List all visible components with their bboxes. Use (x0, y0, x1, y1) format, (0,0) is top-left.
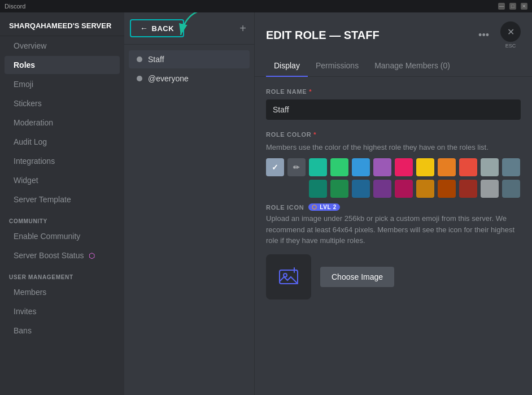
color-swatches-row2 (266, 180, 521, 198)
role-color-description: Members use the color of the highest rol… (266, 142, 521, 153)
color-swatch-r2-9[interactable] (502, 180, 520, 198)
sidebar-item-roles[interactable]: Roles (5, 56, 120, 74)
role-dot-staff (137, 57, 142, 62)
sidebar-item-emoji[interactable]: Emoji (5, 75, 120, 93)
color-swatch-r2-spacer1 (266, 180, 284, 198)
sidebar-item-label: Integrations (14, 157, 55, 166)
maximize-button[interactable]: □ (509, 3, 516, 10)
sidebar-item-enable-community[interactable]: Enable Community (5, 227, 120, 245)
section-user-management: USER MANAGEMENT (0, 265, 124, 283)
role-icon-section: ROLE ICON ⬡ LVL 2 Upload an image under … (266, 203, 521, 299)
sidebar-item-label: Moderation (14, 118, 53, 127)
titlebar-controls: — □ ✕ (498, 3, 527, 10)
role-name-label: ROLE NAME * (266, 88, 521, 95)
color-swatch-1[interactable] (330, 158, 348, 176)
back-button[interactable]: ← BACK (130, 19, 184, 37)
role-list: Staff @everyone (124, 45, 254, 395)
middle-header: ← BACK + (124, 12, 254, 45)
color-swatch-8[interactable] (481, 158, 499, 176)
color-swatch-9[interactable] (502, 158, 520, 176)
section-community: COMMUNITY (0, 209, 124, 227)
color-swatch-3[interactable] (373, 158, 391, 176)
server-name: SHARQAHAMEED'S SERVER (0, 12, 124, 36)
color-swatch-r2-2[interactable] (352, 180, 370, 198)
color-swatch-2[interactable] (352, 158, 370, 176)
sidebar-item-server-boost-status[interactable]: Server Boost Status ⬡ (5, 246, 120, 264)
sidebar-item-audit-log[interactable]: Audit Log (5, 133, 120, 151)
color-swatch-r2-spacer2 (287, 180, 306, 198)
sidebar-item-label: Invites (14, 307, 36, 316)
role-item-staff[interactable]: Staff (129, 50, 250, 68)
color-swatch-custom[interactable] (287, 158, 306, 176)
sidebar-item-stickers[interactable]: Stickers (5, 94, 120, 112)
tab-display[interactable]: Display (266, 55, 308, 77)
color-swatch-7[interactable] (459, 158, 477, 176)
sidebar-item-members[interactable]: Members (5, 283, 120, 301)
boost-icon: ⬡ (89, 251, 95, 260)
tab-permissions[interactable]: Permissions (308, 55, 367, 77)
main-header: EDIT ROLE — STAFF ••• ✕ ESC (255, 12, 532, 49)
sidebar-item-label: Enable Community (14, 232, 80, 241)
sidebar-item-label: Audit Log (14, 137, 47, 146)
sidebar-item-label: Widget (14, 176, 38, 185)
color-swatch-r2-3[interactable] (373, 180, 391, 198)
color-swatch-r2-4[interactable] (395, 180, 413, 198)
color-swatch-r2-6[interactable] (438, 180, 456, 198)
close-button[interactable]: ✕ (521, 3, 527, 10)
sidebar-item-moderation[interactable]: Moderation (5, 114, 120, 132)
app-body: SHARQAHAMEED'S SERVER Overview Roles Emo… (0, 12, 532, 395)
role-dot-everyone (137, 76, 142, 81)
color-swatch-4[interactable] (395, 158, 413, 176)
color-swatches-row1 (266, 158, 521, 176)
sidebar-item-label: Overview (14, 41, 46, 50)
sidebar-item-widget[interactable]: Widget (5, 171, 120, 189)
role-item-everyone[interactable]: @everyone (129, 70, 250, 88)
role-icon-label: ROLE ICON ⬡ LVL 2 (266, 203, 521, 211)
color-swatch-0[interactable] (309, 158, 327, 176)
esc-label: ESC (505, 43, 516, 49)
back-arrow-icon: ← (140, 24, 149, 33)
color-swatch-r2-8[interactable] (481, 180, 499, 198)
role-color-label: ROLE COLOR * (266, 131, 521, 138)
main-content: EDIT ROLE — STAFF ••• ✕ ESC Display Perm… (254, 12, 532, 395)
choose-image-button[interactable]: Choose Image (320, 267, 394, 287)
close-button-wrapper: ✕ ESC (500, 21, 521, 49)
sidebar-item-label: Emoji (14, 80, 33, 89)
color-swatch-r2-7[interactable] (459, 180, 477, 198)
titlebar-title: Discord (5, 3, 25, 10)
tabs: Display Permissions Manage Members (0) (255, 55, 532, 77)
sidebar-item-overview[interactable]: Overview (5, 37, 120, 55)
sidebar-item-label: Roles (14, 60, 35, 70)
required-indicator: * (309, 88, 312, 95)
sidebar-item-integrations[interactable]: Integrations (5, 152, 120, 170)
sidebar-item-label: Server Template (14, 195, 71, 204)
role-name-staff: Staff (148, 55, 164, 64)
color-swatch-r2-5[interactable] (416, 180, 434, 198)
add-role-button[interactable]: + (237, 20, 248, 37)
color-swatch-5[interactable] (416, 158, 434, 176)
sidebar: SHARQAHAMEED'S SERVER Overview Roles Emo… (0, 12, 124, 395)
color-swatch-r2-1[interactable] (330, 180, 348, 198)
lvl-badge: ⬡ LVL 2 (308, 203, 340, 211)
color-swatch-default[interactable] (266, 158, 284, 176)
icon-upload-area: Choose Image (266, 254, 521, 299)
sidebar-item-label: Members (14, 288, 46, 297)
sidebar-item-server-template[interactable]: Server Template (5, 190, 120, 209)
content-area: ROLE NAME * ROLE COLOR * Members use the… (255, 77, 532, 395)
back-label: BACK (152, 24, 175, 33)
sidebar-item-bans[interactable]: Bans (5, 322, 120, 340)
sidebar-item-label: Bans (14, 326, 32, 335)
color-swatch-6[interactable] (438, 158, 456, 176)
close-button[interactable]: ✕ (500, 21, 521, 42)
tab-manage-members[interactable]: Manage Members (0) (367, 55, 458, 77)
sidebar-item-invites[interactable]: Invites (5, 302, 120, 320)
color-swatch-r2-0[interactable] (309, 180, 327, 198)
add-image-icon (278, 267, 299, 287)
edit-role-title: EDIT ROLE — STAFF (266, 29, 467, 42)
upload-placeholder[interactable] (266, 254, 311, 299)
role-name-input[interactable] (266, 99, 521, 120)
role-icon-description: Upload an image under 256kb or pick a cu… (266, 213, 521, 246)
more-options-button[interactable]: ••• (474, 27, 494, 44)
sidebar-item-label: Server Boost Status (14, 251, 84, 260)
minimize-button[interactable]: — (498, 3, 505, 10)
